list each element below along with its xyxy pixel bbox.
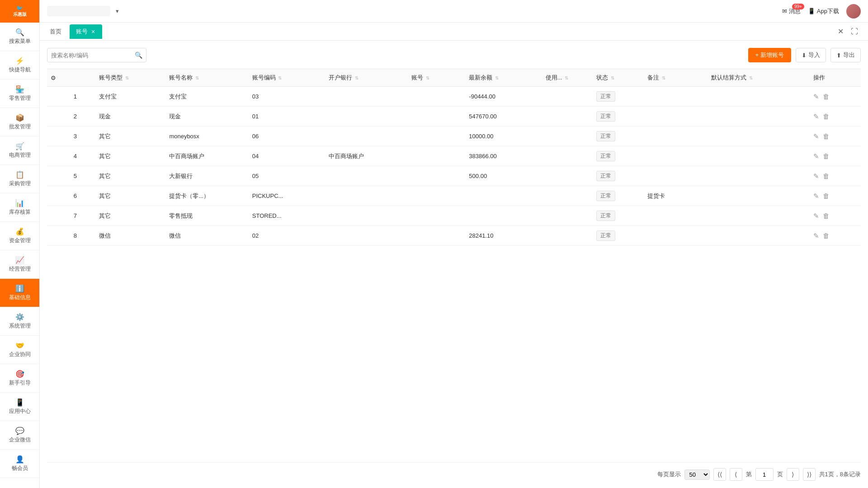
row-status-7: 正常 <box>593 226 644 246</box>
sidebar-item-ecommerce-mgmt[interactable]: 🛒 电商管理 <box>0 136 39 165</box>
edit-icon-7[interactable]: ✎ <box>813 232 819 240</box>
ecommerce-mgmt-icon: 🛒 <box>2 142 38 150</box>
sidebar-item-retail-mgmt[interactable]: 🏪 零售管理 <box>0 80 39 108</box>
tab-accounts[interactable]: 账号 × <box>70 24 102 39</box>
message-button[interactable]: ✉ 消息 99+ <box>782 7 801 15</box>
col-bank[interactable]: 开户银行 ⇅ <box>325 69 408 87</box>
col-remark[interactable]: 备注 ⇅ <box>644 69 708 87</box>
delete-icon-4[interactable]: 🗑 <box>823 172 830 180</box>
row-account-3 <box>408 146 465 166</box>
delete-icon-2[interactable]: 🗑 <box>823 132 830 141</box>
sidebar-item-enterprise-wechat[interactable]: 💬 企业微信 <box>0 421 39 450</box>
delete-icon-5[interactable]: 🗑 <box>823 192 830 200</box>
import-icon: ⬇ <box>802 52 807 59</box>
edit-icon-1[interactable]: ✎ <box>813 113 819 121</box>
delete-icon-1[interactable]: 🗑 <box>823 113 830 121</box>
app-download-button[interactable]: 📱 App下载 <box>808 7 839 15</box>
sidebar-item-quick-nav[interactable]: ⚡ 快捷导航 <box>0 51 39 80</box>
accounts-table: ⚙ 账号类型 ⇅ 账号名称 ⇅ 账号编码 ⇅ <box>47 69 861 246</box>
col-type[interactable]: 账号类型 ⇅ <box>95 69 165 87</box>
sidebar-item-capital-mgmt[interactable]: 💰 资金管理 <box>0 222 39 250</box>
sidebar-item-purchase-mgmt[interactable]: 📋 采购管理 <box>0 165 39 193</box>
sidebar-item-search-menu[interactable]: 🔍 搜索菜单 <box>0 23 39 51</box>
edit-icon-6[interactable]: ✎ <box>813 212 819 220</box>
search-box[interactable]: 🔍 <box>47 48 146 62</box>
page-next-btn[interactable]: ⟩ <box>787 468 799 481</box>
col-account[interactable]: 账号 ⇅ <box>408 69 465 87</box>
row-name-5: 提货卡（零...） <box>165 186 248 206</box>
enterprise-wechat-icon: 💬 <box>2 427 38 435</box>
page-first-btn[interactable]: ⟨⟨ <box>713 468 726 481</box>
sidebar-item-enterprise-agreement[interactable]: 🤝 企业协同 <box>0 336 39 364</box>
edit-icon-4[interactable]: ✎ <box>813 172 819 180</box>
row-gear-6 <box>47 206 70 226</box>
gear-icon[interactable]: ⚙ <box>51 75 56 81</box>
sidebar-item-wholesale-mgmt[interactable]: 📦 批发管理 <box>0 108 39 136</box>
sidebar-item-app-center[interactable]: 📱 应用中心 <box>0 393 39 421</box>
page-prev-btn[interactable]: ⟨ <box>730 468 742 481</box>
add-account-button[interactable]: + 新增账号 <box>748 48 791 62</box>
delete-icon-0[interactable]: 🗑 <box>823 93 830 101</box>
row-status-1: 正常 <box>593 107 644 127</box>
col-balance[interactable]: 最新余额 ⇅ <box>465 69 542 87</box>
col-name[interactable]: 账号名称 ⇅ <box>165 69 248 87</box>
sidebar-item-onboarding[interactable]: 🎯 新手引导 <box>0 364 39 393</box>
page-num-input[interactable] <box>755 468 774 481</box>
tab-bar: 首页 账号 × ✕ ⛶ <box>40 23 868 41</box>
row-remark-2 <box>644 127 708 146</box>
sidebar-item-inventory[interactable]: 📊 库存核算 <box>0 193 39 222</box>
search-icon[interactable]: 🔍 <box>135 52 142 59</box>
message-icon: ✉ <box>782 8 787 14</box>
col-status[interactable]: 状态 ⇅ <box>593 69 644 87</box>
sidebar-item-member[interactable]: 👤 畅会员 <box>0 450 39 478</box>
table-row: 2 现金 现金 01 547670.00 正常 ✎ 🗑 <box>47 107 861 127</box>
tab-close-btn[interactable]: ✕ <box>835 26 846 37</box>
export-label: 导出 <box>843 51 855 59</box>
export-button[interactable]: ⬆ 导出 <box>830 48 861 62</box>
edit-icon-0[interactable]: ✎ <box>813 93 819 101</box>
user-avatar[interactable] <box>846 4 861 19</box>
tab-maximize-btn[interactable]: ⛶ <box>848 27 861 37</box>
edit-icon-3[interactable]: ✎ <box>813 152 819 160</box>
sort-name-icon: ⇅ <box>195 75 199 80</box>
delete-icon-7[interactable]: 🗑 <box>823 232 830 240</box>
edit-icon-5[interactable]: ✎ <box>813 192 819 200</box>
row-account-1 <box>408 107 465 127</box>
row-code-2: 06 <box>249 127 325 146</box>
col-usage[interactable]: 使用... ⇅ <box>542 69 593 87</box>
row-settle-2 <box>708 127 810 146</box>
row-type-2: 其它 <box>95 127 165 146</box>
page-size-label: 每页显示 <box>657 470 681 479</box>
col-default-settle[interactable]: 默认结算方式 ⇅ <box>708 69 810 87</box>
row-remark-1 <box>644 107 708 127</box>
row-name-4: 大新银行 <box>165 166 248 186</box>
sidebar-item-system-mgmt[interactable]: ⚙️ 系统管理 <box>0 307 39 336</box>
page-size-select[interactable]: 50 10 20 100 <box>684 469 710 480</box>
row-code-3: 04 <box>249 146 325 166</box>
onboarding-icon: 🎯 <box>2 370 38 378</box>
page-last-btn[interactable]: ⟩⟩ <box>803 468 816 481</box>
header-search-input[interactable] <box>47 6 110 16</box>
col-code[interactable]: 账号编码 ⇅ <box>249 69 325 87</box>
basic-info-icon: ℹ️ <box>2 284 38 293</box>
row-num-3: 4 <box>70 146 95 166</box>
sort-balance-icon: ⇅ <box>495 75 499 80</box>
tab-home[interactable]: 首页 <box>43 24 68 39</box>
tab-accounts-close[interactable]: × <box>90 28 96 35</box>
import-button[interactable]: ⬇ 导入 <box>796 48 826 62</box>
edit-icon-2[interactable]: ✎ <box>813 132 819 141</box>
row-bank-7 <box>325 226 408 246</box>
search-input[interactable] <box>51 52 135 59</box>
sidebar-item-ops-mgmt[interactable]: 📈 经营管理 <box>0 250 39 279</box>
row-settle-3 <box>708 146 810 166</box>
page-label: 第 <box>746 470 752 479</box>
sort-type-icon: ⇅ <box>125 75 129 80</box>
sort-status-icon: ⇅ <box>611 75 614 80</box>
main-area: ▾ ✉ 消息 99+ 📱 App下载 首页 账号 × ✕ ⛶ <box>40 0 868 488</box>
delete-icon-6[interactable]: 🗑 <box>823 212 830 220</box>
header-dropdown[interactable]: ▾ <box>116 8 119 14</box>
delete-icon-3[interactable]: 🗑 <box>823 152 830 160</box>
row-bank-2 <box>325 127 408 146</box>
sidebar-item-basic-info[interactable]: ℹ️ 基础信息 <box>0 279 39 307</box>
row-num-1: 2 <box>70 107 95 127</box>
